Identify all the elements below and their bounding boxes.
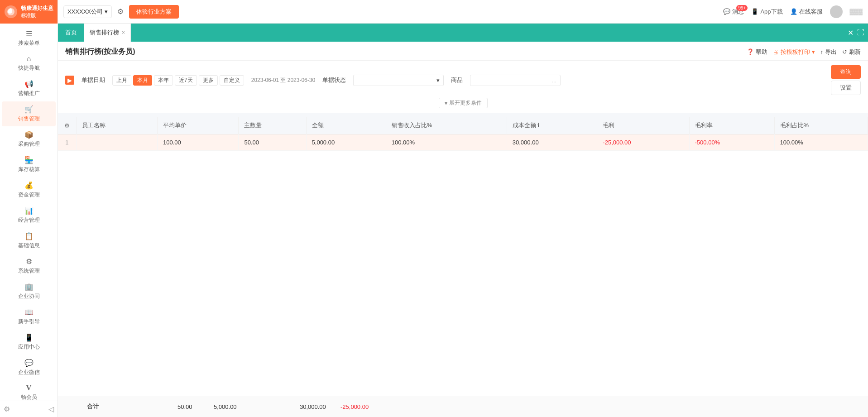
more-filter-icon: ... xyxy=(551,77,556,84)
expand-row: ▾ 展开更多条件 xyxy=(65,98,861,108)
trial-button[interactable]: 体验行业方案 xyxy=(129,5,179,19)
sidebar-item-label: 新手引导 xyxy=(18,318,40,326)
company-name: XXXXXX公司 xyxy=(67,8,103,16)
sidebar-item-operations[interactable]: 📊 经营管理 xyxy=(2,203,56,228)
sidebar-item-shortcut[interactable]: ⌂ 快捷导航 xyxy=(2,51,56,76)
wechat-icon: 💬 xyxy=(24,359,34,367)
sidebar-item-finance[interactable]: 💰 资金管理 xyxy=(2,177,56,202)
sidebar-item-purchase[interactable]: 📦 采购管理 xyxy=(2,127,56,152)
home-icon: ⌂ xyxy=(27,55,31,63)
goods-filter-label: 商品 xyxy=(451,76,463,84)
inventory-icon: 🏪 xyxy=(24,156,34,164)
sidebar-item-label: 销售管理 xyxy=(18,115,40,123)
date-btn-7days[interactable]: 近7天 xyxy=(175,75,197,86)
filter-right-buttons: 查询 设置 xyxy=(831,65,861,95)
sidebar-item-basic[interactable]: 📋 基础信息 xyxy=(2,228,56,253)
refresh-icon: ↺ xyxy=(842,48,847,55)
sidebar-item-guide[interactable]: 📖 新手引导 xyxy=(2,304,56,329)
sidebar-item-wechat[interactable]: 💬 企业微信 xyxy=(2,355,56,380)
sidebar-nav: ☰ 搜索菜单 ⌂ 快捷导航 📢 营销推广 🛒 销售管理 📦 采购管理 🏪 库存核… xyxy=(0,24,58,401)
cell-profit-rate: -500.00% xyxy=(689,134,774,151)
print-button[interactable]: 🖨 按模板打印 ▾ xyxy=(773,48,815,56)
sidebar-item-label: 资金管理 xyxy=(18,191,40,199)
sidebar-item-sales[interactable]: 🛒 销售管理 xyxy=(2,101,56,126)
logo-icon xyxy=(4,5,18,19)
cell-index: 1 xyxy=(58,134,76,151)
sidebar-item-enterprise[interactable]: 🏢 企业协同 xyxy=(2,279,56,304)
date-btn-this-year[interactable]: 本年 xyxy=(154,75,173,86)
date-btn-more[interactable]: 更多 xyxy=(199,75,218,86)
app-download-action[interactable]: 📱 App下载 xyxy=(751,8,782,16)
goods-input[interactable]: ... xyxy=(470,75,561,86)
expand-conditions-button[interactable]: ▾ 展开更多条件 xyxy=(439,98,488,108)
sidebar-item-apps[interactable]: 📱 应用中心 xyxy=(2,330,56,355)
tab-sales-ranking[interactable]: 销售排行榜 × xyxy=(84,24,131,42)
sidebar-item-label: 企业微信 xyxy=(18,369,40,376)
user-avatar[interactable] xyxy=(830,5,843,18)
export-label: 导出 xyxy=(825,48,837,56)
close-tab-icon[interactable]: ✕ xyxy=(848,29,854,37)
col-sales-pct: 销售收入占比% xyxy=(386,117,507,134)
col-settings[interactable]: ⚙ xyxy=(58,117,76,134)
app-name: 畅康通好生意 xyxy=(21,5,53,12)
app-logo: 畅康通好生意 标准版 xyxy=(0,0,58,24)
tab-close-icon[interactable]: × xyxy=(122,29,125,36)
tab-label: 销售排行榜 xyxy=(90,29,119,37)
sidebar-item-inventory[interactable]: 🏪 库存核算 xyxy=(2,152,56,177)
collapse-icon[interactable]: ◁ xyxy=(48,405,54,413)
maximize-icon[interactable]: ⛶ xyxy=(857,29,864,37)
sales-icon: 🛒 xyxy=(24,105,34,114)
company-selector[interactable]: XXXXXX公司 ▾ xyxy=(63,5,112,18)
col-profit-pct: 毛利占比% xyxy=(774,117,868,134)
sidebar-item-label: 采购管理 xyxy=(18,140,40,148)
date-btn-this-month[interactable]: 本月 xyxy=(133,75,152,86)
system-icon: ⚙ xyxy=(26,257,32,266)
sidebar-item-label: 系统管理 xyxy=(18,267,40,275)
export-button[interactable]: ↑ 导出 xyxy=(820,48,837,56)
filter-area: ▶ 单据日期 上月 本月 本年 近7天 更多 自定义 2023-06-01 至 … xyxy=(58,61,868,113)
expand-icon: ▾ xyxy=(445,100,447,106)
date-buttons: 上月 本月 本年 近7天 更多 自定义 xyxy=(112,75,244,86)
page-actions: ❓ 帮助 🖨 按模板打印 ▾ ↑ 导出 ↺ 刷新 xyxy=(747,48,861,56)
expand-label: 展开更多条件 xyxy=(449,99,482,107)
sidebar-item-marketing[interactable]: 📢 营销推广 xyxy=(2,76,56,101)
online-service-label: 在线客服 xyxy=(799,8,823,16)
query-button[interactable]: 查询 xyxy=(831,65,861,79)
sidebar-item-system[interactable]: ⚙ 系统管理 xyxy=(2,254,56,278)
tab-home[interactable]: 首页 xyxy=(58,24,84,42)
online-service-action[interactable]: 👤 在线客服 xyxy=(790,8,823,16)
filter-toggle-icon[interactable]: ▶ xyxy=(65,76,74,85)
marketing-icon: 📢 xyxy=(24,80,34,88)
status-select[interactable]: ▾ xyxy=(353,75,444,86)
set-button[interactable]: 设置 xyxy=(831,81,861,95)
col-profit: 毛利 xyxy=(597,117,689,134)
footer-label: 合计 xyxy=(82,400,136,413)
chevron-down-icon: ▾ xyxy=(105,8,108,15)
date-btn-last-month[interactable]: 上月 xyxy=(112,75,131,86)
export-icon: ↑ xyxy=(820,48,824,55)
page-content: 销售排行榜(按业务员) ❓ 帮助 🖨 按模板打印 ▾ ↑ 导出 ↺ 刷新 xyxy=(58,42,868,417)
settings-bottom-icon[interactable]: ⚙ xyxy=(4,405,10,413)
sidebar-item-member[interactable]: V 畅会员 xyxy=(2,380,56,401)
sidebar-item-label: 企业协同 xyxy=(18,292,40,300)
footer-cost: 30,000.00 xyxy=(294,401,335,413)
refresh-button[interactable]: ↺ 刷新 xyxy=(842,48,861,56)
message-action[interactable]: 💬 消息 99+ xyxy=(723,8,744,16)
app-download-label: App下载 xyxy=(760,8,782,16)
date-btn-custom[interactable]: 自定义 xyxy=(220,75,244,86)
cell-avg-price: 100.00 xyxy=(157,134,238,151)
sidebar-item-search[interactable]: ☰ 搜索菜单 xyxy=(2,26,56,51)
page-title: 销售排行榜(按业务员) xyxy=(65,47,135,57)
apps-icon: 📱 xyxy=(24,333,34,342)
footer-main-qty: 50.00 xyxy=(172,401,208,413)
purchase-icon: 📦 xyxy=(24,130,34,139)
main-area: XXXXXX公司 ▾ ⚙ 体验行业方案 💬 消息 99+ 📱 App下载 👤 在… xyxy=(58,0,868,417)
settings-icon[interactable]: ⚙ xyxy=(115,5,125,18)
download-icon: 📱 xyxy=(751,8,758,15)
col-avg-price: 平均单价 xyxy=(157,117,238,134)
print-label: 按模板打印 xyxy=(781,48,810,56)
message-badge: 99+ xyxy=(736,5,748,11)
help-button[interactable]: ❓ 帮助 xyxy=(747,48,767,56)
cell-name xyxy=(76,134,157,151)
enterprise-icon: 🏢 xyxy=(24,283,34,291)
